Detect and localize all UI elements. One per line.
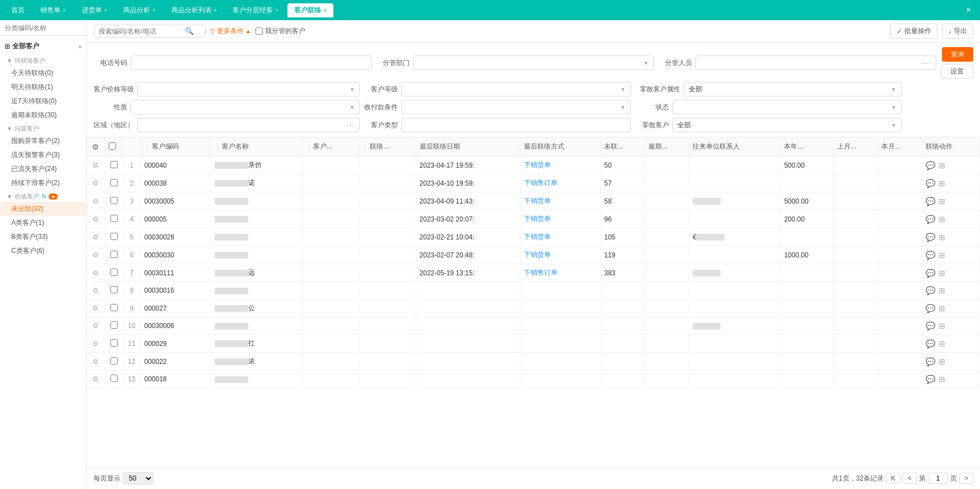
row-checkbox-cell[interactable]	[105, 282, 123, 299]
row-chat-icon[interactable]: 💬	[926, 197, 935, 206]
row-checkbox[interactable]	[110, 375, 118, 382]
row-apps-icon[interactable]: ⊞	[939, 304, 945, 313]
payment-select[interactable]: ▼	[401, 100, 630, 114]
row-gear-icon[interactable]: ⚙	[87, 210, 105, 228]
table-check-header[interactable]	[105, 137, 123, 156]
table-gear-header[interactable]: ⚙	[87, 137, 105, 156]
prev-page-button[interactable]: <	[903, 473, 917, 484]
row-gear-icon[interactable]: ⚙	[87, 192, 105, 210]
phone-input[interactable]	[131, 56, 371, 70]
sidebar-item-c-class[interactable]: C类客户(6)	[0, 244, 86, 258]
row-last-contact-method[interactable]: 下销货单	[524, 215, 551, 223]
row-chat-icon[interactable]: 💬	[926, 251, 935, 260]
sidebar-item-tomorrow[interactable]: 明天待联络(1)	[0, 80, 86, 94]
row-checkbox-cell[interactable]	[105, 353, 123, 371]
row-last-contact-method[interactable]: 下销货单	[524, 233, 551, 241]
row-gear-icon[interactable]: ⚙	[87, 317, 105, 335]
row-chat-icon[interactable]: 💬	[926, 269, 935, 278]
query-button[interactable]: 查询	[942, 47, 973, 62]
row-gear-icon[interactable]: ⚙	[87, 174, 105, 192]
retail-customer-select[interactable]: 全部 ▼	[672, 118, 902, 132]
manager-select[interactable]: ···	[695, 56, 936, 70]
sidebar-section-problem[interactable]: ▼ 问题客户	[0, 122, 86, 134]
row-chat-icon[interactable]: 💬	[926, 233, 935, 242]
nav-tab-customer-contact[interactable]: 客户联络 ×	[287, 3, 333, 17]
row-checkbox[interactable]	[110, 286, 118, 293]
row-chat-icon[interactable]: 💬	[926, 304, 935, 313]
row-checkbox-cell[interactable]	[105, 317, 123, 335]
row-checkbox-cell[interactable]	[105, 299, 123, 317]
row-checkbox[interactable]	[110, 357, 118, 365]
sidebar-item-b-class[interactable]: B类客户(33)	[0, 230, 86, 244]
status-select[interactable]: ▼	[672, 100, 902, 114]
nav-tab-product-analysis-list-close[interactable]: ×	[214, 7, 217, 13]
value-arrow[interactable]: ▼	[7, 193, 12, 200]
row-apps-icon[interactable]: ⊞	[939, 251, 945, 260]
sidebar-collapse-arrow[interactable]: «	[78, 43, 82, 50]
row-checkbox-cell[interactable]	[105, 210, 123, 228]
value-refresh-icon[interactable]: ↻	[41, 193, 47, 200]
sidebar-item-overdue[interactable]: 逾期未联络(30)	[0, 108, 86, 122]
row-apps-icon[interactable]: ⊞	[939, 321, 945, 330]
row-checkbox[interactable]	[110, 179, 118, 186]
my-customers-checkbox[interactable]	[256, 27, 263, 35]
row-gear-icon[interactable]: ⚙	[87, 335, 105, 353]
row-gear-icon[interactable]: ⚙	[87, 264, 105, 282]
first-page-button[interactable]: K	[886, 473, 900, 484]
nature-select[interactable]: ▼	[131, 100, 360, 114]
sidebar-item-today[interactable]: 今天待联络(0)	[0, 66, 86, 80]
row-checkbox-cell[interactable]	[105, 264, 123, 282]
select-all-checkbox[interactable]	[109, 142, 116, 150]
row-checkbox-cell[interactable]	[105, 335, 123, 353]
sidebar-root-all-customers[interactable]: ⊞ 全部客户 «	[0, 38, 86, 54]
row-chat-icon[interactable]: 💬	[926, 286, 935, 295]
row-apps-icon[interactable]: ⊞	[939, 197, 945, 206]
row-checkbox[interactable]	[110, 161, 118, 168]
row-gear-icon[interactable]: ⚙	[87, 246, 105, 264]
nav-tab-customer-segment[interactable]: 客户分层经客 ×	[226, 3, 285, 17]
row-gear-icon[interactable]: ⚙	[87, 228, 105, 246]
export-button[interactable]: ↓ 导出	[942, 24, 973, 39]
row-apps-icon[interactable]: ⊞	[939, 357, 945, 366]
batch-operation-button[interactable]: ✓ 批量操作	[890, 24, 937, 39]
row-apps-icon[interactable]: ⊞	[939, 269, 945, 278]
row-checkbox[interactable]	[110, 339, 118, 347]
reset-button[interactable]: 设置	[941, 64, 973, 79]
retail-attr-select[interactable]: 全部 ▼	[684, 82, 902, 96]
my-customers-filter[interactable]: 我分管的客户	[256, 26, 305, 36]
row-checkbox[interactable]	[110, 269, 118, 276]
sidebar-item-7days[interactable]: 近7天待联络(0)	[0, 94, 86, 108]
row-last-contact-method[interactable]: 下销货单	[524, 251, 551, 259]
customer-type-select[interactable]	[401, 118, 630, 132]
row-checkbox-cell[interactable]	[105, 156, 123, 174]
row-chat-icon[interactable]: 💬	[926, 357, 935, 366]
row-gear-icon[interactable]: ⚙	[87, 156, 105, 174]
sidebar-item-no-group[interactable]: 未分组(32)	[0, 202, 86, 216]
row-chat-icon[interactable]: 💬	[926, 215, 935, 224]
nav-tab-product-analysis-close[interactable]: ×	[152, 7, 156, 13]
row-gear-icon[interactable]: ⚙	[87, 371, 105, 388]
row-apps-icon[interactable]: ⊞	[939, 233, 945, 242]
row-checkbox-cell[interactable]	[105, 371, 123, 388]
row-chat-icon[interactable]: 💬	[926, 179, 935, 188]
customer-level-select[interactable]: ▼	[401, 82, 630, 96]
row-chat-icon[interactable]: 💬	[926, 161, 935, 170]
row-gear-icon[interactable]: ⚙	[87, 282, 105, 299]
row-last-contact-method[interactable]: 下销售订单	[524, 179, 558, 187]
nav-tab-customer-segment-close[interactable]: ×	[275, 7, 278, 13]
row-chat-icon[interactable]: 💬	[926, 339, 935, 348]
row-checkbox-cell[interactable]	[105, 246, 123, 264]
row-checkbox[interactable]	[110, 197, 118, 204]
row-checkbox-cell[interactable]	[105, 228, 123, 246]
nav-tab-sales-close[interactable]: ×	[63, 7, 66, 13]
price-level-select[interactable]: ▼	[137, 82, 360, 96]
row-last-contact-method[interactable]: 下销货单	[524, 197, 551, 205]
sidebar-item-lost[interactable]: 已流失客户(24)	[0, 162, 86, 176]
more-conditions-button[interactable]: ▽ 更多条件 ▲	[210, 26, 251, 36]
sidebar-item-churn-risk[interactable]: 持续下滑客户(2)	[0, 176, 86, 190]
row-checkbox[interactable]	[110, 251, 118, 258]
row-checkbox-cell[interactable]	[105, 192, 123, 210]
sidebar-section-pending[interactable]: ▼ 待联络客户	[0, 54, 86, 66]
row-checkbox[interactable]	[110, 233, 118, 240]
nav-tab-product-analysis[interactable]: 商品分析 ×	[117, 3, 162, 17]
